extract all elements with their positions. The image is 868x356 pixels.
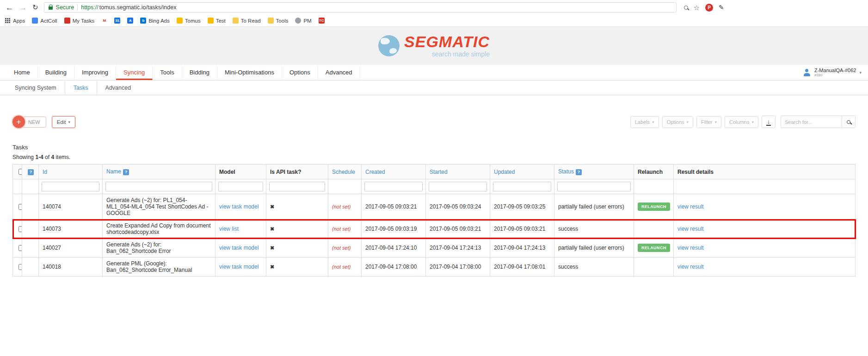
- row-checkbox[interactable]: [18, 226, 22, 232]
- created-value: 2017-09-04 17:24:10: [362, 239, 426, 258]
- bookmark-item[interactable]: A: [127, 18, 133, 24]
- nav-item-mini-optimisations[interactable]: Mini-Optimisations: [217, 65, 282, 80]
- bookmark-star-icon[interactable]: ☆: [694, 4, 700, 11]
- toolbar-dropdown-label: Labels: [635, 119, 650, 125]
- options-dropdown[interactable]: Options ▾: [662, 116, 693, 128]
- forward-icon[interactable]: →: [19, 4, 27, 12]
- relaunch-button[interactable]: RELAUNCH: [638, 244, 670, 252]
- bookmark-item[interactable]: PM: [295, 18, 311, 24]
- filter-created-input[interactable]: [364, 182, 423, 191]
- task-name: Generate PML (Google): Ban_062_Shortcode…: [103, 258, 215, 276]
- edit-button[interactable]: Edit ▾: [52, 116, 75, 128]
- bookmark-item[interactable]: 31: [114, 18, 120, 24]
- nav-items: Home Building Improving Syncing Tools Bi…: [6, 65, 360, 80]
- user-name: Z-ManualQA-#062: [814, 68, 856, 74]
- status-value: partially failed (user errors): [554, 239, 634, 258]
- column-header-created[interactable]: Created: [362, 165, 426, 179]
- relaunch-button[interactable]: RELAUNCH: [638, 203, 670, 211]
- bookmark-item[interactable]: Apps: [5, 18, 25, 24]
- filter-name-input[interactable]: [105, 182, 212, 191]
- filter-id-input[interactable]: [42, 182, 99, 191]
- model-link[interactable]: view task model: [219, 245, 259, 251]
- new-button[interactable]: + NEW: [12, 116, 46, 128]
- column-header-started[interactable]: Started: [426, 165, 490, 179]
- nav-item-options[interactable]: Options: [282, 65, 318, 80]
- model-link[interactable]: view list: [219, 226, 239, 232]
- result-link[interactable]: view result: [677, 203, 704, 210]
- help-icon[interactable]: ?: [123, 169, 129, 175]
- result-link[interactable]: view result: [677, 226, 704, 232]
- browser-actions: ☆ P ✎: [684, 4, 724, 12]
- nav-item-home[interactable]: Home: [6, 65, 38, 80]
- bookmark-icon: M: [101, 18, 107, 24]
- reload-icon[interactable]: ↻: [32, 3, 38, 12]
- select-all-checkbox[interactable]: [18, 169, 22, 175]
- plus-icon: +: [12, 116, 25, 128]
- subnav-item-tasks[interactable]: Tasks: [65, 80, 97, 95]
- bookmark-item[interactable]: b Bing Ads: [140, 18, 169, 24]
- row-checkbox[interactable]: [18, 264, 22, 270]
- nav-item-syncing[interactable]: Syncing: [116, 65, 153, 80]
- schedule-value: (not set): [332, 204, 351, 209]
- bookmark-item[interactable]: Test: [208, 18, 226, 24]
- bookmark-item[interactable]: M: [101, 18, 107, 24]
- nav-item-bidding[interactable]: Bidding: [182, 65, 217, 80]
- column-header-status[interactable]: Status?: [554, 165, 634, 179]
- model-link[interactable]: view task model: [219, 264, 259, 270]
- nav-item-tools[interactable]: Tools: [153, 65, 182, 80]
- nav-item-label: Building: [45, 69, 67, 76]
- download-button[interactable]: ↓: [762, 116, 776, 128]
- url-text: tomus.segmatic.io/tasks/index: [99, 4, 177, 11]
- back-icon[interactable]: ←: [6, 4, 13, 12]
- api-false-icon: ✖: [270, 264, 274, 270]
- table-row: 140073 Create Expanded Ad Copy from docu…: [13, 220, 856, 239]
- labels-dropdown[interactable]: Labels ▾: [630, 116, 659, 128]
- status-value: success: [554, 220, 634, 239]
- bookmark-item[interactable]: To Read: [233, 18, 261, 24]
- filter-model-input[interactable]: [218, 182, 263, 191]
- columns-dropdown[interactable]: Columns ▾: [725, 116, 758, 128]
- bookmark-item[interactable]: Tomus: [177, 18, 201, 24]
- help-icon[interactable]: ?: [576, 169, 582, 175]
- bookmark-label: My Tasks: [73, 18, 95, 24]
- updated-value: 2017-09-04 17:08:01: [490, 258, 554, 276]
- model-link[interactable]: view task model: [219, 203, 259, 210]
- user-menu[interactable]: Z-ManualQA-#062 #280 ▾: [803, 65, 862, 80]
- bookmark-item[interactable]: ActColl: [32, 18, 57, 24]
- bookmark-label: Apps: [13, 18, 25, 24]
- column-header-updated[interactable]: Updated: [490, 165, 554, 179]
- search-button[interactable]: [842, 116, 856, 128]
- filter-started-input[interactable]: [429, 182, 487, 191]
- zoom-icon[interactable]: [684, 6, 688, 10]
- search-input[interactable]: [781, 116, 842, 128]
- nav-item-building[interactable]: Building: [38, 65, 74, 80]
- bookmark-item[interactable]: Tools: [268, 18, 289, 24]
- address-bar[interactable]: Secure https:// tomus.segmatic.io/tasks/…: [44, 2, 677, 12]
- nav-item-improving[interactable]: Improving: [74, 65, 116, 80]
- column-header-id[interactable]: Id: [39, 165, 103, 179]
- filter-api-input[interactable]: [269, 182, 325, 191]
- filter-status-input[interactable]: [557, 182, 631, 191]
- subnav-item-advanced[interactable]: Advanced: [97, 80, 140, 95]
- nav-item-label: Tools: [160, 69, 174, 76]
- help-icon[interactable]: ?: [28, 169, 34, 175]
- tasks-tbody: 140074 Generate Ads (~2) for: PL1_054-ML…: [13, 194, 856, 276]
- bookmark-item[interactable]: TC: [319, 18, 325, 24]
- nav-item-advanced[interactable]: Advanced: [318, 65, 360, 80]
- bookmark-label: PM: [303, 18, 311, 24]
- filter-dropdown[interactable]: Filter ▾: [696, 116, 721, 128]
- edit-extension-icon[interactable]: ✎: [719, 4, 724, 11]
- started-value: 2017-09-05 09:03:24: [426, 194, 490, 220]
- filter-updated-input[interactable]: [493, 182, 551, 191]
- extension-icon[interactable]: P: [705, 4, 713, 12]
- column-header-schedule[interactable]: Schedule: [328, 165, 362, 179]
- bookmark-item[interactable]: My Tasks: [64, 18, 95, 24]
- row-checkbox[interactable]: [18, 245, 22, 251]
- bookmark-icon: TC: [319, 18, 325, 24]
- row-checkbox[interactable]: [18, 204, 22, 210]
- subnav-item-syncing-system[interactable]: Syncing System: [6, 80, 65, 95]
- result-link[interactable]: view result: [677, 245, 704, 251]
- result-link[interactable]: view result: [677, 264, 704, 270]
- main-nav: Home Building Improving Syncing Tools Bi…: [0, 65, 868, 80]
- column-header-name[interactable]: Name?: [103, 165, 215, 179]
